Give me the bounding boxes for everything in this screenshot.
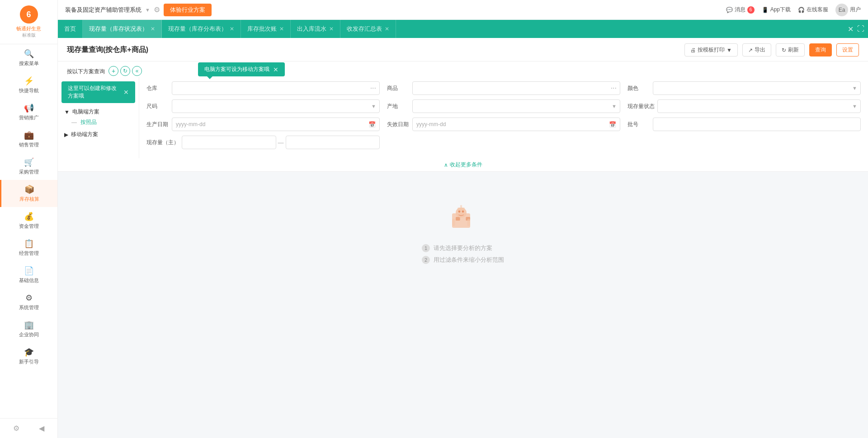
goods-dots[interactable]: ··· xyxy=(611,84,617,92)
stock-status-select-wrap: ▼ xyxy=(657,99,861,113)
stock-main-input-end[interactable] xyxy=(286,136,380,149)
scheme-item-icon: — xyxy=(71,119,77,126)
app-download-label: App下载 xyxy=(770,6,791,14)
back-scheme-btn[interactable]: « xyxy=(132,66,142,76)
tab-stock-status[interactable]: 现存量（库存状况表） ✕ xyxy=(83,20,162,38)
origin-label: 产地 xyxy=(387,103,410,110)
tab-in-out-flow[interactable]: 出入库流水 ✕ xyxy=(291,20,340,38)
print-btn[interactable]: 🖨 按模板打印 ▼ xyxy=(684,43,738,57)
filter-row-3: 生产日期 yyyy-mm-dd 📅 失效日期 xyxy=(146,118,861,131)
tooltip1-close[interactable]: ✕ xyxy=(273,66,278,73)
svg-rect-3 xyxy=(452,219,455,226)
scheme-item-label: 按照品 xyxy=(80,118,97,126)
refresh-scheme-btn[interactable]: ↻ xyxy=(120,66,130,76)
color-field: 颜色 ▼ xyxy=(627,81,861,95)
query-btn[interactable]: 查询 xyxy=(809,43,832,57)
warehouse-input[interactable] xyxy=(172,81,380,95)
refresh-icon: ↻ xyxy=(782,47,786,53)
empty-state: 1 请先选择要分析的方案 2 用过滤条件来缩小分析范围 xyxy=(404,181,522,284)
inventory-icon: 📦 xyxy=(24,184,34,194)
svg-rect-8 xyxy=(458,207,465,210)
quick-nav-icon: ⚡ xyxy=(24,76,34,86)
header-settings-icon[interactable]: ⚙ xyxy=(154,5,160,14)
empty-step-2: 2 用过滤条件来缩小分析范围 xyxy=(422,254,504,266)
batch-field: 批号 xyxy=(627,118,861,131)
step2-text: 用过滤条件来缩小分析范围 xyxy=(434,254,504,266)
sidebar-collapse-icon[interactable]: ◀ xyxy=(39,424,44,433)
scheme-pc-group[interactable]: ▼ 电脑端方案 xyxy=(61,107,139,117)
scheme-pc-sub: — 按照品 xyxy=(61,117,139,127)
app-download-item[interactable]: 📱 App下载 xyxy=(762,6,791,14)
sidebar-item-marketing[interactable]: 📢 营销推广 xyxy=(0,99,57,126)
production-date-start[interactable]: yyyy-mm-dd 📅 xyxy=(172,118,380,131)
tooltip2-text: 这里可以创建和修改方案哦 xyxy=(68,85,120,100)
tab-stock-distribution[interactable]: 现存量（库存分布表） ✕ xyxy=(162,20,241,38)
sidebar-item-finance[interactable]: 💰 资金管理 xyxy=(0,207,57,234)
size-field: 尺码 ▼ xyxy=(146,99,380,113)
origin-select[interactable] xyxy=(412,99,620,113)
stock-main-label: 现存量（主） xyxy=(146,139,179,146)
sidebar-item-search[interactable]: 🔍 搜索菜单 xyxy=(0,44,57,71)
tab-home[interactable]: 首页 xyxy=(58,20,83,38)
page-title: 现存量查询(按仓库+商品) xyxy=(67,45,148,55)
tab-batch-close[interactable]: ✕ xyxy=(279,26,284,32)
tab-batch-ledger[interactable]: 库存批次账 ✕ xyxy=(241,20,291,38)
service-icon: 🎧 xyxy=(798,7,805,13)
scheme-item-byproduct[interactable]: — 按照品 xyxy=(69,117,139,127)
sidebar-item-label: 搜索菜单 xyxy=(19,60,39,67)
sidebar-item-system[interactable]: ⚙ 系统管理 xyxy=(0,288,57,316)
export-btn[interactable]: ↗ 导出 xyxy=(742,43,771,57)
tab-maximize-icon[interactable]: ⛶ xyxy=(857,25,864,33)
tab-stock-status-close[interactable]: ✕ xyxy=(151,26,155,32)
settings-btn[interactable]: 设置 xyxy=(836,43,859,57)
filter-row-2: 尺码 ▼ 产地 ▼ xyxy=(146,99,861,113)
refresh-btn[interactable]: ↻ 刷新 xyxy=(776,43,805,57)
empty-step-1: 1 请先选择要分析的方案 xyxy=(422,242,504,254)
sidebar-item-purchase[interactable]: 🛒 采购管理 xyxy=(0,153,57,180)
header-left: 装备及固定资产辅助管理系统 ▼ ⚙ 体验行业方案 xyxy=(65,4,212,16)
size-select[interactable] xyxy=(172,99,380,113)
stock-status-select[interactable] xyxy=(657,99,861,113)
sidebar-item-enterprise[interactable]: 🏢 企业协同 xyxy=(0,316,57,343)
industry-btn[interactable]: 体验行业方案 xyxy=(164,4,212,16)
sidebar-item-quick-nav[interactable]: ⚡ 快捷导航 xyxy=(0,71,57,99)
step1-num: 1 xyxy=(422,244,430,252)
goods-input[interactable] xyxy=(412,81,620,95)
color-select[interactable] xyxy=(653,81,861,95)
system-dropdown-arrow[interactable]: ▼ xyxy=(145,7,150,13)
enterprise-icon: 🏢 xyxy=(24,320,34,330)
tab-bar-actions: ✕ ⛶ xyxy=(844,20,868,38)
stock-main-input-start[interactable] xyxy=(182,136,276,149)
tab-summary[interactable]: 收发存汇总表 ✕ xyxy=(340,20,396,38)
tab-in-out-close[interactable]: ✕ xyxy=(329,26,334,32)
scheme-mobile-group[interactable]: ▶ 移动端方案 xyxy=(61,129,139,140)
warehouse-dots[interactable]: ··· xyxy=(370,84,376,92)
tab-close-all-icon[interactable]: ✕ xyxy=(848,25,854,33)
user-item[interactable]: Ea 用户 xyxy=(835,4,861,16)
notice-item[interactable]: 💬 消息 6 xyxy=(726,6,755,14)
online-service-item[interactable]: 🎧 在线客服 xyxy=(798,6,828,14)
marketing-icon: 📢 xyxy=(24,103,34,113)
app-icon: 📱 xyxy=(762,7,769,13)
collapse-btn[interactable]: ∧ 收起更多条件 xyxy=(58,158,868,172)
production-date-label: 生产日期 xyxy=(146,121,169,128)
avatar: Ea xyxy=(835,4,848,16)
batch-input[interactable] xyxy=(653,118,861,131)
sidebar-settings-icon[interactable]: ⚙ xyxy=(13,424,19,433)
sidebar-item-sales[interactable]: 💼 销售管理 xyxy=(0,126,57,153)
sidebar-item-basic-info[interactable]: 📄 基础信息 xyxy=(0,261,57,288)
expiry-date-start[interactable]: yyyy-mm-dd 📅 xyxy=(412,118,620,131)
tab-stock-distribution-close[interactable]: ✕ xyxy=(230,26,234,32)
purchase-icon: 🛒 xyxy=(24,157,34,167)
add-scheme-btn[interactable]: + xyxy=(108,66,118,76)
goods-input-wrap: ··· xyxy=(412,81,620,95)
tooltip2-close[interactable]: ✕ xyxy=(123,89,129,96)
sidebar-item-guide[interactable]: 🎓 新手引导 xyxy=(0,343,57,370)
color-label: 颜色 xyxy=(627,85,650,92)
stock-main-dash: — xyxy=(278,139,284,146)
sidebar-item-operations[interactable]: 📋 经营管理 xyxy=(0,234,57,261)
scheme-mobile-label: 移动端方案 xyxy=(71,131,98,138)
sidebar-footer: ⚙ ◀ xyxy=(0,418,57,438)
sidebar-item-inventory[interactable]: 📦 库存核算 xyxy=(0,180,57,207)
tab-summary-close[interactable]: ✕ xyxy=(385,26,389,32)
